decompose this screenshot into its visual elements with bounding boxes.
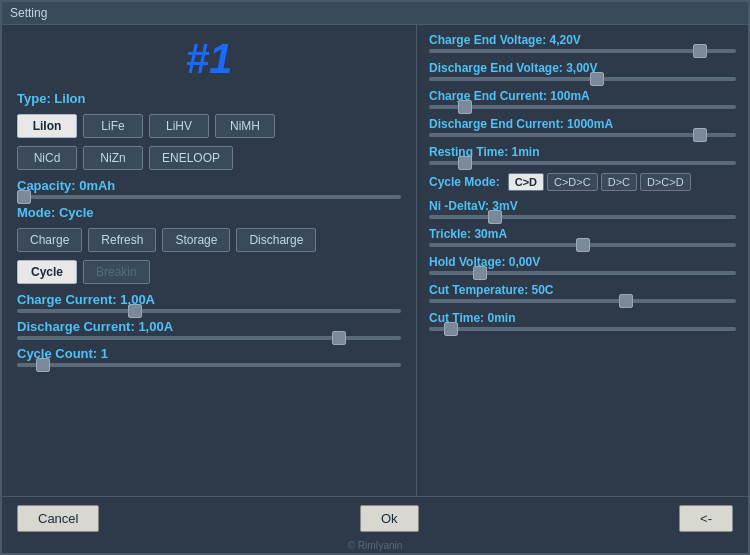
charge-end-current-slider[interactable] <box>429 105 736 109</box>
cycle-mode-inner: Cycle Mode: C>D C>D>C D>C D>C>D <box>429 173 736 191</box>
charge-end-voltage-row: Charge End Voltage: 4,20V <box>429 33 736 53</box>
footer: Cancel Ok <- <box>2 496 748 540</box>
title-bar: Setting <box>2 2 748 25</box>
cycle-count-slider[interactable] <box>17 363 401 367</box>
type-btn-lihv[interactable]: LiHV <box>149 114 209 138</box>
capacity-slider-row: Capacity: 0mAh <box>17 178 401 199</box>
resting-time-row: Resting Time: 1min <box>429 145 736 165</box>
trickle-row: Trickle: 30mA <box>429 227 736 247</box>
discharge-end-current-row: Discharge End Current: 1000mA <box>429 117 736 137</box>
discharge-current-slider[interactable] <box>17 336 401 340</box>
mode-btn-refresh[interactable]: Refresh <box>88 228 156 252</box>
hold-voltage-row: Hold Voltage: 0,00V <box>429 255 736 275</box>
type-btn-life[interactable]: LiFe <box>83 114 143 138</box>
discharge-current-slider-row: Discharge Current: 1,00A <box>17 319 401 340</box>
window-title: Setting <box>10 6 47 20</box>
discharge-end-voltage-slider[interactable] <box>429 77 736 81</box>
mode-btn-cycle[interactable]: Cycle <box>17 260 77 284</box>
hold-voltage-slider[interactable] <box>429 271 736 275</box>
cycle-mode-btn-dcd[interactable]: D>C>D <box>640 173 691 191</box>
back-button[interactable]: <- <box>679 505 733 532</box>
copyright: © RimIyanin <box>2 540 748 553</box>
ni-delta-row: Ni -DeltaV: 3mV <box>429 199 736 219</box>
mode-btn-breakin[interactable]: Breakin <box>83 260 150 284</box>
cycle-mode-row: Cycle Mode: C>D C>D>C D>C D>C>D <box>429 173 736 191</box>
cycle-mode-btn-cd[interactable]: C>D <box>508 173 544 191</box>
resting-time-slider[interactable] <box>429 161 736 165</box>
type-button-group: LiIon LiFe LiHV NiMH <box>17 114 401 138</box>
charge-current-slider[interactable] <box>17 309 401 313</box>
type-btn-liion[interactable]: LiIon <box>17 114 77 138</box>
left-panel: #1 Type: LiIon LiIon LiFe LiHV NiMH NiCd… <box>2 25 417 496</box>
cycle-mode-buttons: C>D C>D>C D>C D>C>D <box>508 173 691 191</box>
cut-time-slider[interactable] <box>429 327 736 331</box>
discharge-end-current-slider[interactable] <box>429 133 736 137</box>
main-window: Setting #1 Type: LiIon LiIon LiFe LiHV N… <box>0 0 750 555</box>
cycle-mode-label: Cycle Mode: <box>429 175 500 189</box>
mode-button-group-2: Cycle Breakin <box>17 260 401 284</box>
charge-end-current-row: Charge End Current: 100mA <box>429 89 736 109</box>
right-panel: Charge End Voltage: 4,20V Discharge End … <box>417 25 748 496</box>
mode-label: Mode: Cycle <box>17 205 401 220</box>
cycle-mode-btn-cdc[interactable]: C>D>C <box>547 173 598 191</box>
type-btn-nicd[interactable]: NiCd <box>17 146 77 170</box>
type-btn-nizn[interactable]: NiZn <box>83 146 143 170</box>
ok-button[interactable]: Ok <box>360 505 419 532</box>
cycle-count-slider-row: Cycle Count: 1 <box>17 346 401 367</box>
type-button-group-2: NiCd NiZn ENELOOP <box>17 146 401 170</box>
cut-time-row: Cut Time: 0min <box>429 311 736 331</box>
discharge-end-voltage-row: Discharge End Voltage: 3,00V <box>429 61 736 81</box>
mode-button-group: Charge Refresh Storage Discharge <box>17 228 401 252</box>
cancel-button[interactable]: Cancel <box>17 505 99 532</box>
cut-temperature-slider[interactable] <box>429 299 736 303</box>
mode-btn-charge[interactable]: Charge <box>17 228 82 252</box>
cycle-mode-btn-dc[interactable]: D>C <box>601 173 637 191</box>
mode-btn-storage[interactable]: Storage <box>162 228 230 252</box>
mode-btn-discharge[interactable]: Discharge <box>236 228 316 252</box>
charge-end-voltage-slider[interactable] <box>429 49 736 53</box>
trickle-slider[interactable] <box>429 243 736 247</box>
content-area: #1 Type: LiIon LiIon LiFe LiHV NiMH NiCd… <box>2 25 748 496</box>
capacity-slider[interactable] <box>17 195 401 199</box>
channel-title: #1 <box>17 35 401 83</box>
type-btn-eneloop[interactable]: ENELOOP <box>149 146 233 170</box>
ni-delta-slider[interactable] <box>429 215 736 219</box>
type-label: Type: LiIon <box>17 91 401 106</box>
cut-temperature-row: Cut Temperature: 50C <box>429 283 736 303</box>
type-btn-nimh[interactable]: NiMH <box>215 114 275 138</box>
charge-current-slider-row: Charge Current: 1,00A <box>17 292 401 313</box>
